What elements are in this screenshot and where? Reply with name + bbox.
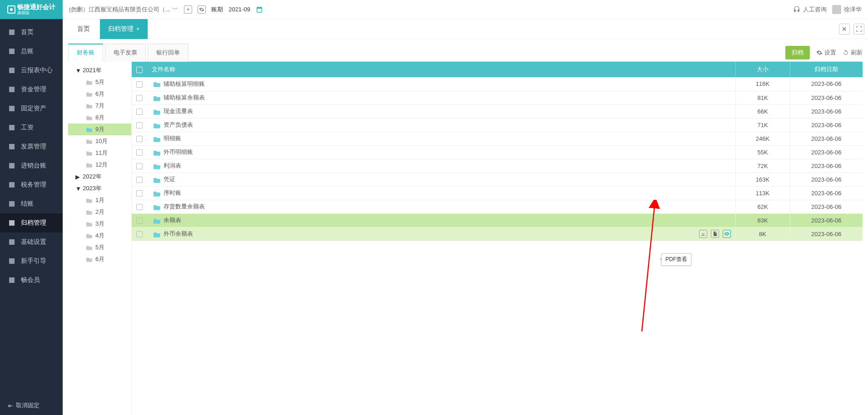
salary-icon bbox=[8, 124, 15, 131]
table-row[interactable]: 外币明细账 55K 2023-06-06 bbox=[132, 145, 863, 159]
sidebar-item-3[interactable]: 资金管理 bbox=[0, 80, 63, 99]
select-all-checkbox[interactable] bbox=[136, 67, 143, 73]
sidebar-item-8[interactable]: 税务管理 bbox=[0, 175, 63, 194]
sidebar-item-13[interactable]: 畅会员 bbox=[0, 271, 63, 290]
tab-0[interactable]: 首页 bbox=[69, 19, 98, 39]
row-checkbox[interactable] bbox=[136, 204, 143, 210]
sidebar-item-10[interactable]: 归档管理 bbox=[0, 213, 63, 232]
sidebar-item-7[interactable]: 进销台账 bbox=[0, 156, 63, 175]
tree-year-2021年[interactable]: ▼2021年 bbox=[68, 64, 131, 76]
tab-close-icon[interactable]: × bbox=[136, 26, 139, 32]
row-checkbox[interactable] bbox=[136, 81, 143, 88]
row-checkbox[interactable] bbox=[136, 136, 143, 142]
tree-month-2021年-12月[interactable]: 12月 bbox=[68, 159, 131, 171]
inner-tab-2[interactable]: 银行回单 bbox=[148, 44, 188, 62]
sidebar-item-5[interactable]: 工资 bbox=[0, 118, 63, 137]
folder-icon bbox=[154, 177, 161, 183]
gear-button[interactable] bbox=[198, 5, 206, 14]
file-name: 资产负债表 bbox=[164, 121, 193, 128]
tree-month-2021年-7月[interactable]: 7月 bbox=[68, 100, 131, 112]
archive-button[interactable]: 归档 bbox=[785, 46, 810, 59]
folder-icon bbox=[86, 162, 93, 168]
fullscreen-button[interactable]: ⛶ bbox=[853, 24, 864, 35]
tree-month-2021年-10月[interactable]: 10月 bbox=[68, 135, 131, 147]
table-row[interactable]: 明细账 246K 2023-06-06 bbox=[132, 132, 863, 145]
folder-icon bbox=[154, 217, 161, 224]
folder-icon bbox=[86, 127, 93, 132]
pdf-icon[interactable] bbox=[711, 230, 719, 238]
support-link[interactable]: 人工咨询 bbox=[793, 5, 827, 14]
table-row[interactable]: 现金流量表 66K 2023-06-06 bbox=[132, 104, 863, 118]
table-row[interactable]: 辅助核算余额表 81K 2023-06-06 bbox=[132, 91, 863, 104]
tree-month-2021年-11月[interactable]: 11月 bbox=[68, 147, 131, 159]
table-row[interactable]: 余额表 83K 2023-06-06 bbox=[132, 213, 863, 227]
tree-year-2022年[interactable]: ▶2022年 bbox=[68, 171, 131, 183]
file-name: 凭证 bbox=[164, 176, 175, 183]
tree-month-2021年-5月[interactable]: 5月 bbox=[68, 76, 131, 88]
tree-month-2023年-2月[interactable]: 2月 bbox=[68, 206, 131, 218]
sidebar-unpin[interactable]: ⇤ 取消固定 bbox=[0, 396, 63, 415]
archive-date: 2023-06-06 bbox=[790, 77, 863, 91]
refresh-label: 刷新 bbox=[851, 49, 863, 57]
row-checkbox[interactable] bbox=[136, 149, 143, 156]
table-row[interactable]: 利润表 72K 2023-06-06 bbox=[132, 159, 863, 173]
period-value[interactable]: 2021-09 bbox=[228, 6, 250, 13]
inner-tab-1[interactable]: 电子发票 bbox=[105, 44, 146, 62]
folder-icon bbox=[86, 115, 93, 120]
table-row[interactable]: 辅助核算明细账 116K 2023-06-06 bbox=[132, 77, 863, 91]
inner-tab-0[interactable]: 财务账 bbox=[68, 44, 103, 62]
user-menu[interactable]: 徐泽华 bbox=[832, 5, 862, 14]
tree-month-2023年-4月[interactable]: 4月 bbox=[68, 230, 131, 242]
tree-month-2023年-3月[interactable]: 3月 bbox=[68, 218, 131, 230]
file-size: 81K bbox=[735, 91, 790, 104]
sidebar-item-1[interactable]: 总账 bbox=[0, 42, 63, 61]
table-row[interactable]: 外币余额表 8K 2023-06-06 bbox=[132, 227, 863, 241]
sidebar-item-2[interactable]: 云报表中心 bbox=[0, 61, 63, 80]
table-row[interactable]: 序时账 113K 2023-06-06 bbox=[132, 186, 863, 200]
add-button[interactable]: + bbox=[184, 5, 192, 14]
sidebar-item-6[interactable]: 发票管理 bbox=[0, 137, 63, 156]
table-row[interactable]: 凭证 163K 2023-06-06 bbox=[132, 173, 863, 186]
company-selector[interactable]: (勿删）江西服宝精品有限责任公司（... ﹀ bbox=[69, 5, 179, 14]
calendar-icon[interactable] bbox=[256, 6, 263, 13]
pdf-view-icon[interactable] bbox=[723, 230, 731, 238]
row-checkbox[interactable] bbox=[136, 109, 143, 115]
nav: 首页总账云报表中心资金管理固定资产工资发票管理进销台账税务管理结账归档管理基础设… bbox=[0, 19, 63, 396]
tab-label: 首页 bbox=[77, 25, 90, 33]
tree-month-2023年-1月[interactable]: 1月 bbox=[68, 194, 131, 206]
file-name: 序时账 bbox=[164, 189, 181, 196]
sidebar-item-12[interactable]: 新手引导 bbox=[0, 252, 63, 271]
sidebar-item-label: 工资 bbox=[21, 124, 34, 132]
file-size: 163K bbox=[735, 173, 790, 186]
tree-month-2023年-5月[interactable]: 5月 bbox=[68, 242, 131, 253]
brand-logo-area[interactable]: 畅捷通好会计 旗舰版 bbox=[0, 0, 63, 19]
tree-year-2023年[interactable]: ▼2023年 bbox=[68, 183, 131, 194]
row-checkbox[interactable] bbox=[136, 217, 143, 224]
sidebar-item-4[interactable]: 固定资产 bbox=[0, 99, 63, 118]
gear-icon bbox=[816, 49, 823, 56]
close-tab-button[interactable]: ✕ bbox=[839, 24, 850, 35]
tab-1[interactable]: 归档管理× bbox=[100, 19, 148, 39]
tree-month-2021年-8月[interactable]: 8月 bbox=[68, 112, 131, 124]
sidebar-item-9[interactable]: 结账 bbox=[0, 194, 63, 213]
row-checkbox[interactable] bbox=[136, 122, 143, 128]
file-size: 83K bbox=[735, 213, 790, 227]
row-checkbox[interactable] bbox=[136, 95, 143, 101]
period-label: 账期 bbox=[211, 5, 223, 14]
tree-month-2023年-6月[interactable]: 6月 bbox=[68, 253, 131, 265]
row-checkbox[interactable] bbox=[136, 177, 143, 183]
download-icon[interactable] bbox=[699, 230, 707, 238]
row-checkbox[interactable] bbox=[136, 190, 143, 197]
table-row[interactable]: 资产负债表 71K 2023-06-06 bbox=[132, 118, 863, 132]
file-name: 存货数量余额表 bbox=[164, 203, 205, 210]
tree-month-2021年-9月[interactable]: 9月 bbox=[68, 124, 131, 135]
settings-link[interactable]: 设置 bbox=[816, 49, 836, 57]
tree-month-2021年-6月[interactable]: 6月 bbox=[68, 88, 131, 100]
row-checkbox[interactable] bbox=[136, 163, 143, 169]
file-name: 余额表 bbox=[164, 217, 181, 223]
sidebar-item-11[interactable]: 基础设置 bbox=[0, 232, 63, 252]
table-row[interactable]: 存货数量余额表 62K 2023-06-06 bbox=[132, 200, 863, 213]
refresh-link[interactable]: 刷新 bbox=[843, 49, 863, 57]
row-checkbox[interactable] bbox=[136, 231, 143, 237]
sidebar-item-0[interactable]: 首页 bbox=[0, 23, 63, 42]
